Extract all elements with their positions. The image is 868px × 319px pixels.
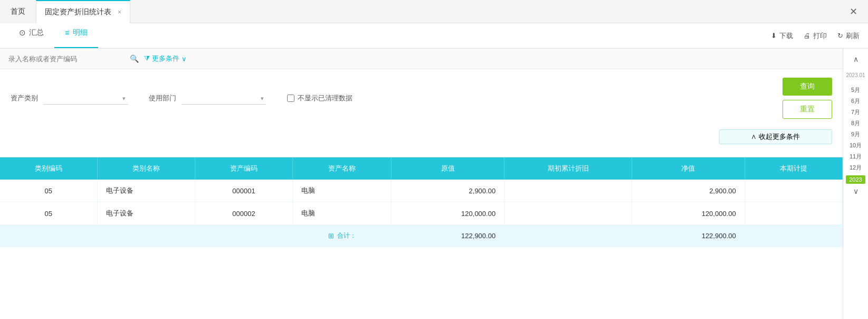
table-row: 05 电子设备 000002 电脑 120,000.00 120,000.00 [0,202,843,225]
tab-active[interactable]: 固定资产折旧统计表 × [36,0,130,23]
total-text: 合计： [337,231,356,240]
department-label: 使用部门 [149,93,176,103]
tab-detail-label: 明细 [73,28,88,37]
header-current-depreciation: 本期计提 [745,157,842,180]
collapse-icon: ∧ [751,133,759,140]
print-button[interactable]: 🖨 打印 [804,31,827,41]
cell-original-value: 120,000.00 [392,202,504,225]
cell-net-value: 2,900.00 [632,180,745,202]
cell-category-code: 05 [0,202,97,225]
search-input[interactable] [8,55,125,63]
filter-asset-category: 资产类别 [11,92,128,105]
header-category-code: 类别编码 [0,157,97,180]
tab-summary-label: 汇总 [29,28,44,37]
table-container: 类别编码 类别名称 资产编码 资产名称 原值 期初累计折旧 净值 本期计提 05… [0,157,843,319]
data-table: 类别编码 类别名称 资产编码 资产名称 原值 期初累计折旧 净值 本期计提 05… [0,157,843,247]
cell-asset-code: 000002 [195,202,292,225]
filter-area: 资产类别 使用部门 [0,69,843,157]
header-net-value: 净值 [632,157,745,180]
filter-buttons: 查询 重置 [783,78,832,119]
collapse-btn[interactable]: ∧ 收起更多条件 [719,129,832,144]
chevron-down-icon: ∨ [182,55,187,63]
sidebar-nav-up[interactable]: ∧ [851,53,861,65]
asset-category-select[interactable] [43,92,128,105]
filter-btn[interactable]: ⧩ 更多条件 ∨ [144,54,187,63]
total-label: ⊞ 合计： [293,225,392,247]
total-icon: ⊞ [328,232,334,240]
total-net-value: 122,900.00 [632,225,745,247]
left-panel: 🔍 ⧩ 更多条件 ∨ 资产类别 [0,49,843,319]
month-item[interactable]: 10月 [848,140,863,151]
refresh-button[interactable]: ↻ 刷新 [837,31,860,41]
cell-accumulated-depreciation [504,180,632,202]
search-icon[interactable]: 🔍 [130,54,139,63]
month-item[interactable]: 12月 [848,162,863,173]
summary-icon: ⊙ [19,28,26,37]
sidebar-nav-down[interactable]: ∨ [851,185,861,198]
month-item[interactable]: 6月 [848,96,863,107]
total-current-depreciation [745,225,842,247]
date-label[interactable]: 2023.01 [845,67,866,83]
total-accumulated-depreciation [504,225,632,247]
query-button[interactable]: 查询 [783,78,832,96]
window-close-icon[interactable]: ✕ [850,6,857,17]
total-label-cell [0,225,293,247]
right-sidebar: ∧ 2023.01 5月6月7月8月9月10月11月12月 2023 ∨ [843,49,868,319]
table-header-row: 类别编码 类别名称 资产编码 资产名称 原值 期初累计折旧 净值 本期计提 [0,157,843,180]
month-item[interactable]: 11月 [848,151,863,162]
sub-tabs: ⊙ 汇总 ≡ 明细 [8,23,98,48]
tab-detail[interactable]: ≡ 明细 [54,23,98,48]
cell-current-depreciation [745,202,842,225]
total-original-value: 122,900.00 [392,225,504,247]
year-badge[interactable]: 2023 [846,175,865,184]
header-original-value: 原值 [392,157,504,180]
tab-summary[interactable]: ⊙ 汇总 [8,23,54,48]
month-item[interactable]: 9月 [848,129,863,140]
filter-label: 更多条件 [152,54,179,63]
download-button[interactable]: ⬇ 下载 [771,31,793,41]
filter-row: 资产类别 使用部门 [11,78,832,119]
main-content: 🔍 ⧩ 更多条件 ∨ 资产类别 [0,49,868,319]
cell-category-name: 电子设备 [97,202,195,225]
exclude-cleared-item: 不显示已清理数据 [287,93,352,103]
cell-category-code: 05 [0,180,97,202]
header-accumulated-depreciation: 期初累计折旧 [504,157,632,180]
cell-asset-code: 000001 [195,180,292,202]
department-select[interactable] [182,92,266,105]
tab-close-icon[interactable]: × [118,8,121,16]
print-label: 打印 [813,31,827,41]
refresh-label: 刷新 [846,31,860,41]
exclude-cleared-label: 不显示已清理数据 [298,93,352,103]
cell-accumulated-depreciation [504,202,632,225]
collapse-label: 收起更多条件 [759,133,800,140]
table-row: 05 电子设备 000001 电脑 2,900.00 2,900.00 [0,180,843,202]
download-icon: ⬇ [771,32,777,40]
month-item[interactable]: 7月 [848,107,863,118]
asset-category-select-wrapper [43,92,128,105]
filter-icon: ⧩ [144,54,150,63]
asset-category-label: 资产类别 [11,93,38,103]
cell-current-depreciation [745,180,842,202]
department-select-wrapper [182,92,266,105]
month-item[interactable]: 8月 [848,118,863,129]
exclude-cleared-checkbox[interactable] [287,95,294,102]
header-asset-name: 资产名称 [293,157,392,180]
refresh-icon: ↻ [837,32,843,40]
cell-asset-name: 电脑 [293,202,392,225]
print-icon: 🖨 [804,32,810,40]
filter-department: 使用部门 [149,92,266,105]
reset-button[interactable]: 重置 [783,100,832,119]
header-asset-code: 资产编码 [195,157,292,180]
download-label: 下载 [779,31,793,41]
month-item[interactable]: 5月 [848,85,863,96]
detail-icon: ≡ [65,28,70,37]
search-bar: 🔍 ⧩ 更多条件 ∨ [0,49,843,69]
tab-bar: 首页 固定资产折旧统计表 × ✕ [0,0,868,23]
cell-category-name: 电子设备 [97,180,195,202]
toolbar-right: ⬇ 下载 🖨 打印 ↻ 刷新 [771,31,860,41]
sub-tab-bar: ⊙ 汇总 ≡ 明细 ⬇ 下载 🖨 打印 ↻ 刷新 [0,23,868,49]
header-category-name: 类别名称 [97,157,195,180]
tab-active-label: 固定资产折旧统计表 [45,7,111,17]
tab-home[interactable]: 首页 [0,0,36,23]
cell-asset-name: 电脑 [293,180,392,202]
